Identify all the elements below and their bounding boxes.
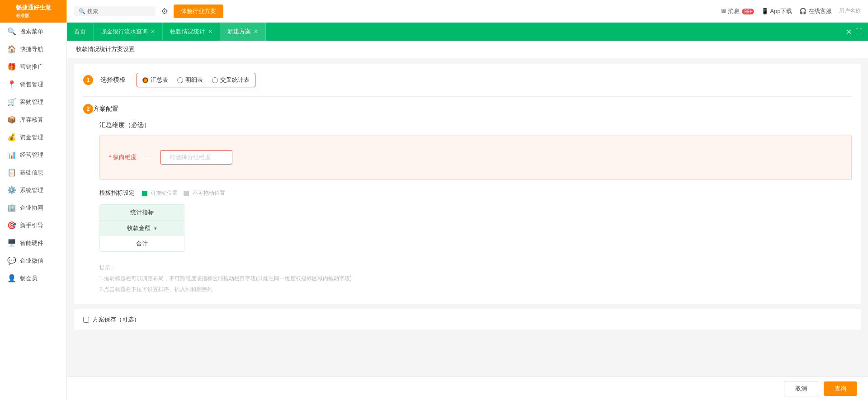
metrics-section: 模板指标设定 可拖动位置 不可拖动位置 统计指标 收款金额	[99, 189, 852, 295]
online-service-label: 在线客服	[808, 8, 832, 14]
draggable-badge	[142, 191, 147, 196]
tab-receipt-stats[interactable]: 收款情况统计 ✕	[163, 23, 220, 41]
step2-label: 方案配置	[93, 105, 118, 113]
metrics-title-text: 模板指标设定	[99, 189, 135, 196]
query-button[interactable]: 查询	[824, 381, 857, 396]
step-divider	[83, 96, 852, 97]
settings-icon[interactable]: ⚙	[161, 6, 168, 16]
sidebar-item-search-menu[interactable]: 🔍 搜索菜单	[0, 23, 66, 40]
metrics-setting-label: 模板指标设定 可拖动位置 不可拖动位置	[99, 189, 852, 197]
notification-label: 消息	[728, 8, 740, 14]
dim-placeholder[interactable]: 请选择分组维度	[160, 150, 232, 165]
tabbar: 首页 现金银行流水查询 ✕ 收款情况统计 ✕ 新建方案 ✕ ✕ ⛶	[67, 23, 868, 41]
radio-summary-input[interactable]	[142, 77, 148, 83]
dimension-area: * 纵向维度 —— 请选择分组维度	[99, 135, 852, 180]
sidebar-item-enterprise[interactable]: 🏢 企业协同	[0, 199, 66, 216]
step2-badge: 2	[83, 104, 93, 114]
tab-fullscreen-icon[interactable]: ⛶	[855, 28, 863, 36]
dimension-title-text: 汇总维度（必选）	[99, 121, 150, 129]
sidebar-item-basic-info[interactable]: 📋 基础信息	[0, 164, 66, 181]
radio-detail[interactable]: 明细表	[177, 76, 203, 84]
sidebar-item-label: 畅会员	[20, 274, 38, 282]
sidebar-item-label: 企业协同	[20, 204, 43, 212]
topbar-search-box: 🔍	[74, 6, 156, 16]
tab-bank-flow-close[interactable]: ✕	[151, 28, 155, 35]
tab-bank-flow[interactable]: 现金银行流水查询 ✕	[94, 23, 163, 41]
sidebar-item-system[interactable]: ⚙️ 系统管理	[0, 181, 66, 199]
metrics-table-body: 合计	[100, 236, 184, 251]
sidebar-item-finance[interactable]: 💰 资金管理	[0, 128, 66, 146]
sidebar-item-label: 搜索菜单	[20, 28, 43, 36]
sidebar-item-sales[interactable]: 📍 销售管理	[0, 75, 66, 93]
tab-home[interactable]: 首页	[67, 23, 94, 41]
sidebar-item-label: 智能硬件	[20, 239, 43, 247]
sidebar: 畅捷通好生意 标准版 🔍 搜索菜单 🏠 快捷导航 🎁 营销推广 📍 销售管理 🛒…	[0, 0, 67, 400]
notification-item[interactable]: ✉ 消息 99+	[721, 7, 754, 15]
dimension-title: 汇总维度（必选）	[99, 121, 852, 129]
app-download-item[interactable]: 📱 App下载	[761, 7, 792, 15]
radio-summary[interactable]: 汇总表	[142, 76, 168, 84]
pin-icon: 📍	[7, 80, 16, 89]
topbar: 🔍 ⚙ 体验行业方案 ✉ 消息 99+ 📱 App下载 🎧 在线客服 用户名称	[67, 0, 868, 23]
tip-item2: 2.点击标题栏下拉可设置排序、插入列和删除列	[99, 284, 852, 295]
sidebar-item-label: 采购管理	[20, 98, 43, 106]
metrics-col-header-cell[interactable]: 收款金额 ▾	[100, 221, 184, 236]
cart-icon: 🛒	[7, 98, 16, 106]
form-section: 1 选择模板 汇总表 明细表 交叉统计表	[74, 64, 861, 304]
radio-cross[interactable]: 交叉统计表	[212, 76, 250, 84]
save-checkbox[interactable]	[83, 317, 89, 323]
tabbar-controls: ✕ ⛶	[840, 23, 868, 41]
radio-cross-input[interactable]	[212, 77, 218, 83]
gear-icon: ⚙️	[7, 186, 16, 194]
search-input[interactable]	[87, 8, 151, 14]
tab-new-plan-label: 新建方案	[227, 28, 251, 36]
clipboard-icon: 📋	[7, 168, 16, 177]
tab-new-plan-close[interactable]: ✕	[254, 28, 258, 35]
sidebar-item-label: 系统管理	[20, 186, 43, 194]
draggable-label: 可拖动位置	[151, 190, 178, 196]
sidebar-item-guide[interactable]: 🎯 新手引导	[0, 216, 66, 234]
chat-icon: 💬	[7, 256, 16, 265]
cancel-button[interactable]: 取消	[784, 381, 818, 396]
sidebar-item-label: 基础信息	[20, 169, 43, 177]
tab-home-label: 首页	[74, 28, 86, 36]
radio-detail-input[interactable]	[177, 77, 183, 83]
tab-new-plan[interactable]: 新建方案 ✕	[220, 23, 266, 41]
tab-receipt-stats-close[interactable]: ✕	[208, 28, 212, 35]
box-icon: 📦	[7, 115, 16, 124]
username: 用户名称	[839, 7, 861, 15]
monitor-icon: 🖥️	[7, 239, 16, 247]
industry-btn[interactable]: 体验行业方案	[174, 5, 223, 18]
save-label: 方案保存（可选）	[93, 315, 140, 324]
radio-detail-label: 明细表	[185, 76, 203, 84]
sidebar-item-marketing[interactable]: 🎁 营销推广	[0, 58, 66, 75]
sidebar-item-label: 企业微信	[20, 257, 43, 265]
metrics-table-header: 统计指标	[100, 205, 184, 220]
sidebar-item-wechat[interactable]: 💬 企业微信	[0, 252, 66, 269]
save-section: 方案保存（可选）	[74, 309, 861, 330]
sidebar-item-label: 营销推广	[20, 63, 43, 71]
radio-cross-label: 交叉统计表	[220, 76, 250, 84]
tab-close-all-icon[interactable]: ✕	[846, 28, 852, 36]
user-icon: 👤	[7, 274, 16, 282]
metrics-col-header: 收款金额 ▾	[100, 220, 184, 236]
message-icon: ✉	[721, 8, 726, 14]
sidebar-logo: 畅捷通好生意 标准版	[0, 0, 66, 23]
tab-bank-flow-label: 现金银行流水查询	[101, 28, 148, 36]
non-draggable-badge	[184, 191, 189, 196]
sidebar-item-quick-nav[interactable]: 🏠 快捷导航	[0, 40, 66, 58]
service-icon: 🎧	[799, 8, 807, 14]
sidebar-item-label: 销售管理	[20, 80, 43, 89]
sidebar-item-inventory[interactable]: 📦 库存核算	[0, 111, 66, 128]
sidebar-item-hardware[interactable]: 🖥️ 智能硬件	[0, 234, 66, 252]
chevron-down-icon: ▾	[154, 226, 157, 231]
sidebar-item-member[interactable]: 👤 畅会员	[0, 269, 66, 287]
sidebar-item-label: 经营管理	[20, 151, 43, 159]
sidebar-item-operations[interactable]: 📊 经营管理	[0, 146, 66, 164]
sidebar-item-purchase[interactable]: 🛒 采购管理	[0, 93, 66, 111]
main-wrapper: 🔍 ⚙ 体验行业方案 ✉ 消息 99+ 📱 App下载 🎧 在线客服 用户名称 …	[67, 0, 868, 400]
sidebar-item-label: 资金管理	[20, 133, 43, 141]
tip-title: 提示：	[99, 264, 116, 271]
online-service-item[interactable]: 🎧 在线客服	[799, 7, 832, 15]
dimension-section: 汇总维度（必选） * 纵向维度 —— 请选择分组维度	[99, 121, 852, 180]
